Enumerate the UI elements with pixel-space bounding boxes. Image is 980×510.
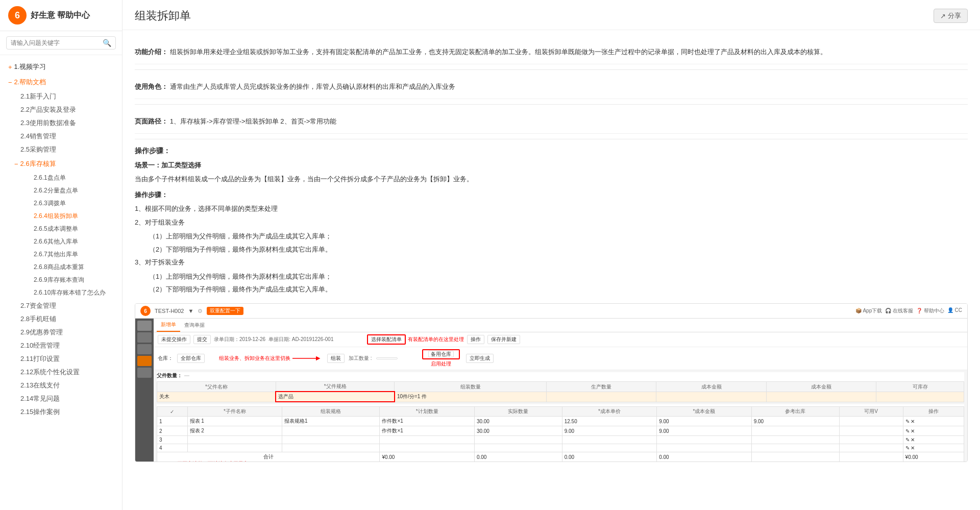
sidebar-item-ops[interactable]: 2.10经营管理 bbox=[6, 339, 122, 352]
cell: 1 bbox=[157, 417, 188, 426]
col-child-plan: *计划数量 bbox=[380, 407, 475, 417]
mini-enable-select[interactable]: 备用仓库 bbox=[428, 351, 454, 357]
cell bbox=[766, 392, 876, 402]
col-check: ✓ bbox=[157, 407, 188, 417]
cell: 9.00 bbox=[657, 417, 752, 426]
path-block: 页面路径： 1、库存核算->库存管理->组装拆卸单 2、首页->常用功能 bbox=[135, 110, 968, 134]
annotation-area-2: 组装业务、拆卸业务在这里切换 bbox=[219, 354, 323, 362]
sidebar-item-newbie[interactable]: 2.1新手入门 bbox=[6, 90, 122, 103]
sidebar-item-capital[interactable]: 2.7资金管理 bbox=[6, 299, 122, 312]
mini-type-select[interactable]: 组装 bbox=[327, 354, 345, 363]
mini-topbar: 6 TEST-H002 ▼ ⚙ 双重配置一下 📦 App下载 🎧 在线客服 ❓ … bbox=[135, 304, 967, 319]
sidebar-item-install[interactable]: 2.2产品安装及登录 bbox=[6, 103, 122, 116]
mini-btn-submit[interactable]: 提交 bbox=[193, 335, 211, 344]
sidebar-item-dataprep[interactable]: 2.3使用前数据准备 bbox=[6, 116, 122, 130]
col-spec: *父件规格 bbox=[276, 382, 395, 392]
path-text: 页面路径： 1、库存核算->库存管理->组装拆卸单 2、首页->常用功能 bbox=[135, 116, 968, 127]
nav-list: + 1.视频学习 − 2.帮助文档 2.1新手入门 2.2产品安装及登录 2.3… bbox=[0, 55, 122, 510]
sidebar-item-system[interactable]: 2.12系统个性化设置 bbox=[6, 366, 122, 379]
mini-btn-save2[interactable]: 保存并新建 bbox=[487, 335, 520, 344]
sidebar-item-assembly[interactable]: 2.6.4组装拆卸单 bbox=[12, 210, 122, 223]
cell: 报表规格1 bbox=[282, 417, 380, 426]
col-cost: 成本金额 bbox=[656, 382, 767, 392]
sidebar-item-mobile[interactable]: 2.8手机旺铺 bbox=[6, 312, 122, 326]
cell: 3 bbox=[157, 436, 188, 444]
table-row: 1 报表 1 报表规格1 作件数×1 30.00 12.50 9.00 9.00 bbox=[157, 417, 964, 426]
cell bbox=[657, 444, 752, 452]
sidebar-header: 6 好生意 帮助中心 bbox=[0, 0, 122, 31]
cell bbox=[474, 436, 562, 444]
annotation-label-4: 无固定清单下面继续在这里录入 bbox=[177, 460, 249, 462]
sidebar-item-cases[interactable]: 2.15操作案例 bbox=[6, 405, 122, 419]
step1: 1、根据不同的业务，选择不同单据的类型来处理 bbox=[135, 203, 968, 214]
mini-warehouse-input[interactable]: 全部仓库 bbox=[177, 354, 205, 363]
cell: 2 bbox=[157, 426, 188, 436]
sidebar-item-coupon[interactable]: 2.9优惠券管理 bbox=[6, 326, 122, 339]
step3-sub2: （2）下部明细为子件明细，最终作为产成品生成其它入库单。 bbox=[149, 283, 968, 295]
mini-qty-input[interactable] bbox=[376, 357, 398, 359]
sidebar-item-print[interactable]: 2.11打印设置 bbox=[6, 352, 122, 366]
sidebar-item-otherinstock[interactable]: 2.6.6其他入库单 bbox=[12, 235, 122, 248]
app-name: 好生意 帮助中心 bbox=[31, 10, 90, 21]
sidebar-item-costadj[interactable]: 2.6.5成本调整单 bbox=[12, 223, 122, 235]
ops-label: 操作步骤： bbox=[135, 147, 968, 156]
mini-bom-btn[interactable]: 选择装配清单 bbox=[367, 334, 406, 345]
cell bbox=[751, 444, 839, 452]
label: 2.8手机旺铺 bbox=[20, 315, 56, 323]
mini-child-table-wrap: ✓ *子件名称 组装规格 *计划数量 实际数量 *成本单价 *成本金额 参考出库 bbox=[157, 404, 964, 462]
cell bbox=[546, 392, 656, 402]
mini-app-body: 新增单 查询单据 未提交操作 提交 录单日期：2019-12-26 单据日期: … bbox=[135, 319, 967, 462]
role-label: 使用角色： bbox=[135, 83, 168, 90]
sidebar-item-goodscost[interactable]: 2.6.8商品成本重算 bbox=[12, 261, 122, 274]
sidebar-item-onlinepay[interactable]: 2.13在线支付 bbox=[6, 379, 122, 392]
scene1-title: 场景一：加工类型选择 bbox=[135, 161, 968, 170]
sidebar-item-otheroutstock[interactable]: 2.6.7其他出库单 bbox=[12, 248, 122, 261]
search-icon[interactable]: 🔍 bbox=[103, 39, 111, 47]
search-input[interactable] bbox=[11, 39, 103, 46]
share-button[interactable]: ↗ 分享 bbox=[934, 9, 968, 23]
cell: ✎ ✕ bbox=[903, 444, 964, 452]
collapse-icon: − bbox=[14, 160, 18, 168]
mini-parent-table-wrap: 父件数量： *父件名称 *父件规格 组装数量 生产数量 bbox=[157, 372, 964, 402]
sidebar-item-faq[interactable]: 2.14常见问题 bbox=[6, 392, 122, 405]
cell: 12.50 bbox=[562, 417, 657, 426]
mini-form-label: 仓库： bbox=[158, 355, 173, 362]
sidebar-item-partialtake[interactable]: 2.6.2分量盘点单 bbox=[12, 184, 122, 197]
sidebar-item-stocktake[interactable]: 2.6.1盘点单 bbox=[12, 172, 122, 184]
intro-content: 组装拆卸单用来处理企业组装或拆卸等加工业务，支持有固定装配清单的产品加工业务，也… bbox=[170, 48, 827, 56]
sidebar-item-transfer[interactable]: 2.6.3调拨单 bbox=[12, 197, 122, 210]
col-child-avail: 可用V bbox=[839, 407, 903, 417]
sidebar-item-inventory[interactable]: − 2.6库存核算 bbox=[6, 156, 122, 172]
sidebar-item-stockerror[interactable]: 2.6.10库存账本错了怎么办 bbox=[12, 286, 122, 299]
sidebar-item-docs[interactable]: − 2.帮助文档 bbox=[0, 75, 122, 90]
mini-enable-btn[interactable]: 备用仓库 bbox=[422, 349, 460, 359]
mini-icon-3: ❓ 帮助中心 bbox=[916, 307, 944, 314]
annotation-arrow-4 bbox=[251, 460, 281, 462]
search-box[interactable]: 🔍 bbox=[0, 31, 122, 55]
step2-sub1: （1）上部明细为父件明细，最终作为产成品生成其它入库单； bbox=[149, 230, 968, 242]
cell bbox=[187, 436, 282, 444]
label: 2.11打印设置 bbox=[20, 355, 60, 362]
step3: 3、对于拆装业务 bbox=[135, 256, 968, 268]
cell: 9.00 bbox=[751, 417, 839, 426]
cell: ¥0.00 bbox=[903, 452, 964, 462]
mini-btn-ops[interactable]: 操作 bbox=[467, 335, 484, 344]
mini-qty-label: 加工数量 : bbox=[349, 355, 372, 362]
label: 2.1新手入门 bbox=[20, 92, 56, 100]
mini-parent-qty[interactable] bbox=[184, 375, 189, 376]
step2: 2、对于组装业务 bbox=[135, 216, 968, 228]
label: 2.2产品安装及登录 bbox=[20, 106, 76, 113]
sidebar-item-sales[interactable]: 2.4销售管理 bbox=[6, 130, 122, 143]
cell: 10件/分=1 件 bbox=[395, 392, 546, 402]
mini-confirm-btn[interactable]: 立即生成 bbox=[466, 354, 494, 363]
sidebar-item-video[interactable]: + 1.视频学习 bbox=[0, 59, 122, 75]
mini-btn-save[interactable]: 未提交操作 bbox=[158, 335, 190, 344]
expand-icon: + bbox=[8, 63, 12, 71]
sidebar-item-stockcheck[interactable]: 2.6.9库存账本查询 bbox=[12, 274, 122, 286]
cell bbox=[380, 444, 475, 452]
mini-nav-sidebar bbox=[135, 319, 154, 462]
collapse-icon: − bbox=[8, 79, 12, 86]
sidebar-item-purchase[interactable]: 2.5采购管理 bbox=[6, 143, 122, 156]
col-num: *父件名称 bbox=[157, 382, 276, 392]
main-header: 组装拆卸单 ↗ 分享 bbox=[122, 0, 980, 30]
